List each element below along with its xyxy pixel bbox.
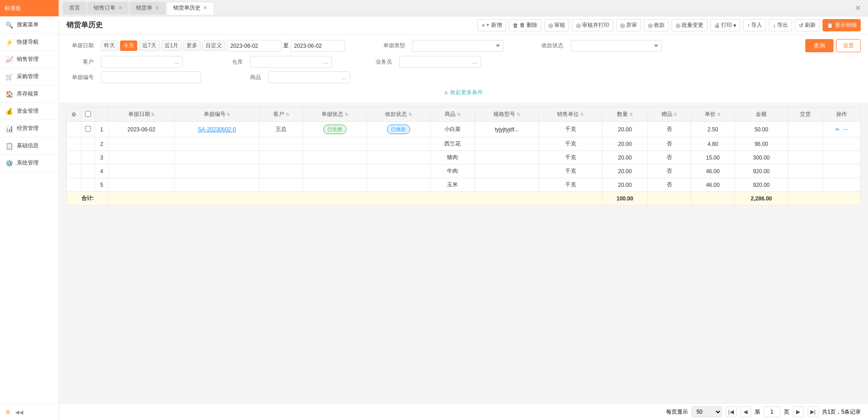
col-goods[interactable]: 商品	[430, 107, 475, 122]
collapse-button[interactable]: ∧ 收起更多条件	[66, 87, 861, 98]
tab-sales-order-close[interactable]: ✕	[118, 5, 122, 11]
prev-page-button[interactable]: ◀	[740, 406, 751, 417]
sidebar-item-inventory[interactable]: 🏠 库存核算	[0, 85, 59, 103]
select-all-checkbox[interactable]	[85, 111, 91, 117]
warehouse-input[interactable]	[252, 59, 321, 65]
sidebar-item-sales-mgmt[interactable]: 📈 销售管理	[0, 51, 59, 68]
last-page-button[interactable]: ▶|	[808, 406, 818, 417]
first-page-button[interactable]: |◀	[726, 406, 737, 417]
staff-ellipsis[interactable]: ...	[471, 59, 479, 65]
sidebar-item-operations[interactable]: 📊 经营管理	[0, 120, 59, 137]
filter-row-2: 客户 ... 仓库 ... 业务员 ...	[66, 56, 861, 68]
row-qty: 20.00	[602, 178, 647, 192]
warehouse-ellipsis[interactable]: ...	[321, 59, 330, 65]
col-settings[interactable]: ⚙	[67, 107, 81, 122]
col-qty[interactable]: 数量	[602, 107, 647, 122]
lightning-icon: ⚡	[5, 39, 13, 46]
col-customer[interactable]: 客户	[259, 107, 303, 122]
row-doc-no[interactable]: SA-20230602-0	[174, 122, 259, 137]
date-btn-yesterday[interactable]: 昨天	[101, 40, 118, 51]
row-gift: 否	[647, 165, 691, 178]
more-action[interactable]: ⋯	[843, 126, 848, 133]
col-unit[interactable]: 销售单位	[539, 107, 602, 122]
edit-action[interactable]: ✏	[835, 126, 840, 133]
sidebar-item-label: 采购管理	[17, 73, 39, 80]
batch-change-button[interactable]: ◎ 批量变更	[672, 19, 707, 31]
sidebar-item-label: 快捷导航	[17, 38, 39, 46]
show-detail-button[interactable]: 📋 显示明细	[823, 19, 861, 31]
goods-input[interactable]	[271, 74, 340, 80]
tab-shipment[interactable]: 销货单 ✕	[130, 2, 166, 15]
col-spec[interactable]: 规格型号	[475, 107, 538, 122]
print-button[interactable]: 🖨 打印 ▾	[710, 19, 740, 31]
query-button[interactable]: 查询	[805, 39, 833, 52]
filter-area: 单据日期 昨天 今天 近7天 近1月 更多 自定义 至 单据类型	[59, 35, 868, 103]
warehouse-label: 仓库	[216, 58, 243, 66]
tab-shipment-close[interactable]: ✕	[155, 5, 159, 11]
summary-gift	[647, 192, 691, 205]
collect-status-label: 收款状态	[536, 42, 563, 50]
sidebar-settings-icon[interactable]: ⚙	[5, 409, 10, 415]
page-size-select[interactable]: 50 100	[692, 406, 722, 417]
sidebar-item-purchase-mgmt[interactable]: 🛒 采购管理	[0, 68, 59, 85]
tab-sales-order-label: 销售订单	[94, 4, 115, 12]
sidebar-item-finance[interactable]: 💰 资金管理	[0, 103, 59, 120]
sidebar-item-quick-nav[interactable]: ⚡ 快捷导航	[0, 34, 59, 51]
customer-ellipsis[interactable]: ...	[172, 59, 181, 65]
col-gift[interactable]: 赠品	[647, 107, 691, 122]
page-number-input[interactable]	[764, 406, 780, 417]
row-checkbox[interactable]	[85, 126, 91, 132]
date-btn-custom[interactable]: 自定义	[202, 40, 225, 51]
sidebar-item-system-mgmt[interactable]: ⚙️ 系统管理	[0, 155, 59, 172]
doc-type-select[interactable]	[412, 40, 503, 52]
date-to-input[interactable]	[291, 40, 345, 52]
review-print-button[interactable]: ◎ 审核并打印	[572, 19, 613, 31]
row-unit: 千克	[539, 122, 602, 137]
date-btn-today[interactable]: 今天	[120, 40, 137, 51]
tab-sales-order[interactable]: 销售订单 ✕	[87, 2, 129, 15]
row-doc-date	[109, 178, 175, 192]
col-collect-status[interactable]: 收款状态	[366, 107, 430, 122]
row-transaction	[788, 151, 823, 165]
next-page-button[interactable]: ▶	[793, 406, 804, 417]
row-amount: 920.00	[735, 178, 788, 192]
row-gift: 否	[647, 178, 691, 192]
review-button[interactable]: ◎ 审核	[544, 19, 569, 31]
sidebar-collapse-icon[interactable]: ◀◀	[15, 409, 23, 415]
import-button[interactable]: ↑ 导入	[743, 19, 766, 31]
doc-no-link[interactable]: SA-20230602-0	[198, 126, 236, 133]
staff-input[interactable]	[401, 59, 471, 65]
add-button[interactable]: + + 新增	[477, 19, 506, 31]
date-btn-more[interactable]: 更多	[183, 40, 201, 51]
cancel-review-button[interactable]: ◎ 弃审	[616, 19, 641, 31]
row-spec	[475, 178, 538, 192]
tab-shipment-history[interactable]: 销货单历史 ✕	[166, 2, 214, 15]
col-doc-no[interactable]: 单据编号	[174, 107, 259, 122]
col-unit-price[interactable]: 单价	[691, 107, 735, 122]
tab-bar-close[interactable]: ✕	[851, 4, 864, 12]
tab-shipment-history-close[interactable]: ✕	[203, 5, 207, 11]
row-gear	[67, 137, 81, 151]
export-button[interactable]: ↓ 导出	[769, 19, 792, 31]
doc-no-input[interactable]	[101, 71, 201, 83]
row-spec	[475, 165, 538, 178]
delete-button[interactable]: 🗑 🗑 删除	[509, 19, 542, 31]
refresh-button[interactable]: ↺ 刷新	[795, 19, 820, 31]
tab-home[interactable]: 首页	[63, 2, 86, 15]
row-transaction	[788, 178, 823, 192]
settings-button[interactable]: 设置	[836, 39, 861, 52]
row-gear[interactable]	[67, 122, 81, 137]
goods-ellipsis[interactable]: ...	[340, 74, 348, 80]
row-unit-price: 46.00	[691, 165, 735, 178]
date-from-input[interactable]	[227, 40, 281, 52]
date-btn-7days[interactable]: 近7天	[139, 40, 160, 51]
main-content: 首页 销售订单 ✕ 销货单 ✕ 销货单历史 ✕ ✕ 销货单历史 + + 新增 🗑…	[59, 0, 868, 420]
col-doc-status[interactable]: 单据状态	[303, 107, 366, 122]
collect-status-select[interactable]	[571, 40, 662, 52]
collect-button[interactable]: ◎ 收款	[644, 19, 669, 31]
col-doc-date[interactable]: 单据日期	[109, 107, 175, 122]
date-btn-1month[interactable]: 近1月	[161, 40, 182, 51]
sidebar-item-basic-info[interactable]: 📋 基础信息	[0, 137, 59, 155]
customer-input[interactable]	[103, 59, 172, 65]
sidebar-item-search-menu[interactable]: 🔍 搜索菜单	[0, 16, 59, 34]
